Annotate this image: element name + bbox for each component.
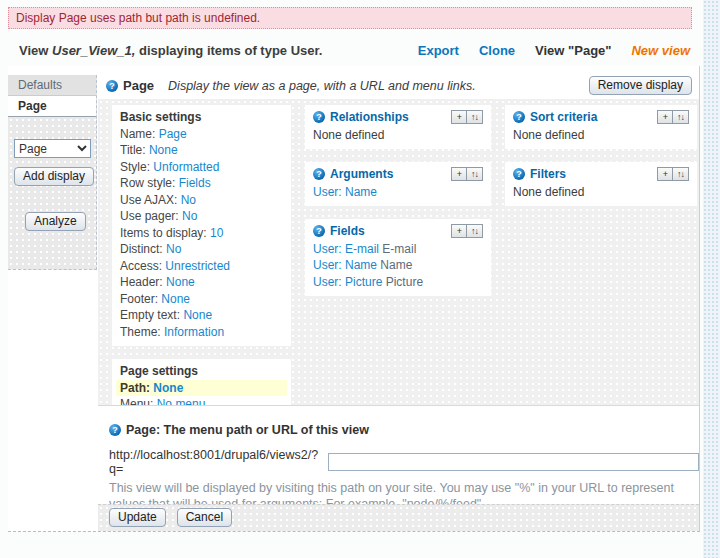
sort-criteria-actions: + ↑↓ xyxy=(657,110,689,124)
page-background-pattern xyxy=(703,0,720,558)
rearrange-icon[interactable]: ↑↓ xyxy=(467,167,483,181)
setting-row-theme: Theme: Information xyxy=(120,324,283,341)
display-header: ?PageDisplay the view as a page, with a … xyxy=(98,75,699,99)
fields-header: ? Fields + ↑↓ xyxy=(313,223,483,240)
view-title: View User_View_1, displaying items of ty… xyxy=(19,43,323,58)
relationships-title-link[interactable]: Relationships xyxy=(330,109,409,126)
setting-row-empty-text: Empty text: None xyxy=(120,307,283,324)
filters-empty: None defined xyxy=(513,184,689,201)
sort-criteria-empty: None defined xyxy=(513,127,689,144)
path-config-panel: ?Page: The menu path or URL of this view… xyxy=(98,405,699,531)
setting-row-style: Style: Unformatted xyxy=(120,159,283,176)
help-icon[interactable]: ? xyxy=(106,80,118,92)
cancel-button[interactable]: Cancel xyxy=(177,508,232,527)
setting-name-link[interactable]: Page xyxy=(159,127,187,141)
new-view-link[interactable]: New view xyxy=(631,43,690,58)
basic-settings-box: Basic settings Name: Page Title: None St… xyxy=(112,105,291,346)
arguments-header: ? Arguments + ↑↓ xyxy=(313,166,483,183)
help-icon[interactable]: ? xyxy=(313,111,325,123)
settings-column-right: ? Sort criteria + ↑↓ None defined ? Filt… xyxy=(505,105,697,219)
view-name: User_View_1, xyxy=(52,43,135,58)
add-icon[interactable]: + xyxy=(657,110,673,124)
sort-criteria-header: ? Sort criteria + ↑↓ xyxy=(513,109,689,126)
sort-criteria-title-link[interactable]: Sort criteria xyxy=(530,109,597,126)
setting-header-link[interactable]: None xyxy=(166,275,195,289)
setting-footer-link[interactable]: None xyxy=(161,292,190,306)
display-type-select[interactable]: Page xyxy=(14,139,91,158)
settings-column-basic: Basic settings Name: Page Title: None St… xyxy=(112,105,291,432)
rearrange-icon[interactable]: ↑↓ xyxy=(673,110,689,124)
help-icon[interactable]: ? xyxy=(313,168,325,180)
argument-item: User: Name xyxy=(313,184,483,201)
setting-access-link[interactable]: Unrestricted xyxy=(165,259,230,273)
display-title: Page xyxy=(123,78,154,93)
view-header-links: Export Clone View "Page" New view xyxy=(418,43,690,58)
filters-actions: + ↑↓ xyxy=(657,167,689,181)
rearrange-icon[interactable]: ↑↓ xyxy=(467,110,483,124)
setting-row-header: Header: None xyxy=(120,274,283,291)
filters-title-link[interactable]: Filters xyxy=(530,166,566,183)
field-item: User: Name Name xyxy=(313,257,483,274)
relationships-empty: None defined xyxy=(313,127,483,144)
setting-path-link[interactable]: None xyxy=(153,381,183,395)
help-icon[interactable]: ? xyxy=(513,111,525,123)
field-item: User: E-mail E-mail xyxy=(313,241,483,258)
filters-box: ? Filters + ↑↓ None defined xyxy=(505,162,697,206)
add-icon[interactable]: + xyxy=(451,167,467,181)
sort-criteria-box: ? Sort criteria + ↑↓ None defined xyxy=(505,105,697,149)
field-name-link[interactable]: User: Name xyxy=(313,258,377,272)
view-page-link[interactable]: View "Page" xyxy=(535,43,611,58)
fields-title-link[interactable]: Fields xyxy=(330,223,365,240)
error-message-text: Display Page uses path but path is undef… xyxy=(16,11,260,25)
clone-link[interactable]: Clone xyxy=(479,43,515,58)
add-icon[interactable]: + xyxy=(451,110,467,124)
rearrange-icon[interactable]: ↑↓ xyxy=(467,224,483,238)
setting-theme-link[interactable]: Information xyxy=(164,325,224,339)
add-display-button[interactable]: Add display xyxy=(14,167,94,186)
tab-defaults[interactable]: Defaults xyxy=(8,75,96,96)
path-config-heading: ?Page: The menu path or URL of this view xyxy=(109,423,699,437)
remove-display-button[interactable]: Remove display xyxy=(589,76,692,95)
setting-row-footer: Footer: None xyxy=(120,291,283,308)
rearrange-icon[interactable]: ↑↓ xyxy=(673,167,689,181)
setting-empty-text-link[interactable]: None xyxy=(183,308,212,322)
field-email-link[interactable]: User: E-mail xyxy=(313,242,379,256)
add-icon[interactable]: + xyxy=(451,224,467,238)
setting-items-link[interactable]: 10 xyxy=(210,226,223,240)
setting-distinct-link[interactable]: No xyxy=(166,242,181,256)
add-icon[interactable]: + xyxy=(657,167,673,181)
setting-row-row-style: Row style: Fields xyxy=(120,175,283,192)
setting-use-pager-link[interactable]: No xyxy=(182,209,197,223)
setting-title-link[interactable]: None xyxy=(149,143,178,157)
setting-row-items: Items to display: 10 xyxy=(120,225,283,242)
config-buttons-bar: Update Cancel xyxy=(98,504,699,531)
fields-box: ? Fields + ↑↓ User: E-mail E-mail User: … xyxy=(305,219,491,296)
setting-row-style-link[interactable]: Fields xyxy=(179,176,211,190)
argument-user-name-link[interactable]: User: Name xyxy=(313,185,377,199)
error-message: Display Page uses path but path is undef… xyxy=(8,7,692,29)
arguments-actions: + ↑↓ xyxy=(451,167,483,181)
help-icon[interactable]: ? xyxy=(513,168,525,180)
arguments-box: ? Arguments + ↑↓ User: Name xyxy=(305,162,491,206)
url-prefix: http://localhost:8001/drupal6/views2/?q= xyxy=(109,448,324,476)
update-button[interactable]: Update xyxy=(109,508,166,527)
setting-row-name: Name: Page xyxy=(120,126,283,143)
setting-style-link[interactable]: Unformatted xyxy=(153,160,219,174)
path-input[interactable] xyxy=(328,453,699,471)
relationships-header: ? Relationships + ↑↓ xyxy=(313,109,483,126)
setting-row-use-pager: Use pager: No xyxy=(120,208,283,225)
setting-row-distinct: Distinct: No xyxy=(120,241,283,258)
field-picture-link[interactable]: User: Picture xyxy=(313,275,382,289)
help-icon[interactable]: ? xyxy=(313,225,325,237)
page-settings-title: Page settings xyxy=(120,363,283,380)
help-icon[interactable]: ? xyxy=(109,424,121,436)
settings-column-middle: ? Relationships + ↑↓ None defined ? Argu… xyxy=(305,105,491,309)
export-link[interactable]: Export xyxy=(418,43,459,58)
view-title-suffix: displaying items of type User. xyxy=(135,43,322,58)
setting-row-title: Title: None xyxy=(120,142,283,159)
setting-use-ajax-link[interactable]: No xyxy=(181,193,196,207)
analyze-button[interactable]: Analyze xyxy=(25,212,86,231)
arguments-title-link[interactable]: Arguments xyxy=(330,166,393,183)
views-edit-container: Defaults Page Page Add display Analyze ?… xyxy=(8,66,700,532)
tab-page[interactable]: Page xyxy=(8,96,96,117)
